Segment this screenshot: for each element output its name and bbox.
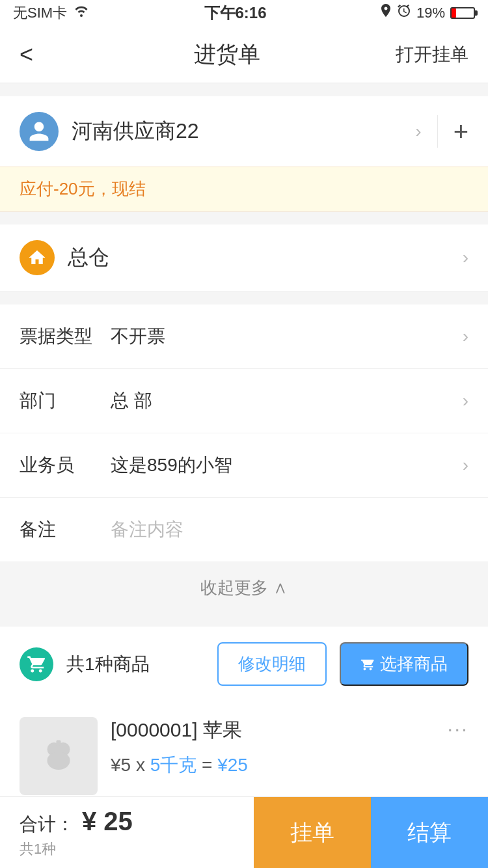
product-price: ¥5 x 5千克 = ¥25 (111, 753, 434, 778)
battery-icon (450, 7, 475, 19)
product-name: [0000001] 苹果 (111, 717, 434, 744)
supplier-chevron-icon: › (415, 121, 421, 142)
form-row-remark[interactable]: 备注 备注内容 (0, 498, 488, 562)
product-thumbnail (20, 717, 98, 795)
supplier-name: 河南供应商22 (72, 117, 415, 146)
battery-percent: 19% (416, 5, 445, 21)
wifi-icon (72, 5, 90, 21)
modify-detail-button[interactable]: 修改明细 (217, 642, 327, 686)
select-product-label: 选择商品 (380, 653, 448, 675)
price-total: ¥25 (217, 755, 248, 775)
remark-label: 备注 (20, 517, 111, 542)
form-row-department[interactable]: 部门 总 部 › (0, 369, 488, 433)
location-icon (380, 4, 392, 22)
total-sub: 共1种 (20, 839, 234, 859)
price-x: x (136, 755, 150, 775)
notice-bar: 应付-20元，现结 (0, 167, 488, 211)
product-menu-button[interactable]: ··· (447, 717, 468, 741)
nav-bar: < 进货单 打开挂单 (0, 26, 488, 83)
department-chevron-icon: › (463, 390, 468, 411)
hang-button[interactable]: 挂单 (254, 797, 371, 868)
invoice-value: 不开票 (111, 324, 463, 349)
footer-total: 合计： ¥ 25 共1种 (0, 797, 254, 868)
department-value: 总 部 (111, 388, 463, 413)
divider (437, 115, 438, 148)
collapse-toggle[interactable]: 收起更多 ∧ (0, 562, 488, 614)
footer-bar: 合计： ¥ 25 共1种 挂单 结算 (0, 796, 488, 868)
select-product-button[interactable]: 选择商品 (340, 642, 468, 686)
total-row: 合计： ¥ 25 (20, 807, 234, 837)
supplier-row[interactable]: 河南供应商22 › + (0, 96, 488, 167)
open-hang-button[interactable]: 打开挂单 (396, 42, 468, 67)
price-unit: ¥5 (111, 755, 131, 775)
form-row-invoice[interactable]: 票据类型 不开票 › (0, 305, 488, 369)
salesperson-value: 这是859的小智 (111, 453, 463, 478)
invoice-chevron-icon: › (463, 326, 468, 347)
add-supplier-button[interactable]: + (454, 117, 468, 146)
products-section: 共1种商品 修改明细 选择商品 [0000001] 苹果 ¥5 x 5千克 = … (0, 627, 488, 811)
product-item: [0000001] 苹果 ¥5 x 5千克 = ¥25 ··· (0, 701, 488, 811)
status-left: 无SIM卡 (13, 3, 90, 23)
form-row-salesperson[interactable]: 业务员 这是859的小智 › (0, 433, 488, 498)
page-title: 进货单 (194, 40, 260, 70)
svg-point-2 (47, 752, 70, 770)
supplier-section: 河南供应商22 › + 应付-20元，现结 (0, 96, 488, 211)
price-quantity: 5千克 (150, 755, 197, 775)
invoice-label: 票据类型 (20, 324, 111, 349)
department-label: 部门 (20, 388, 111, 413)
carrier-label: 无SIM卡 (13, 3, 67, 23)
product-info: [0000001] 苹果 ¥5 x 5千克 = ¥25 (111, 717, 434, 778)
supplier-avatar (20, 112, 59, 151)
products-count: 共1种商品 (66, 652, 204, 677)
warehouse-icon (20, 240, 55, 275)
warehouse-chevron-icon: › (463, 247, 468, 268)
warehouse-section: 总仓 › (0, 224, 488, 292)
total-label: 合计： (20, 812, 74, 837)
back-button[interactable]: < (20, 41, 59, 68)
salesperson-chevron-icon: › (463, 455, 468, 476)
alarm-icon (397, 4, 411, 22)
products-header: 共1种商品 修改明细 选择商品 (0, 627, 488, 701)
svg-rect-3 (57, 740, 61, 746)
salesperson-label: 业务员 (20, 453, 111, 478)
products-icon (20, 647, 53, 681)
checkout-button[interactable]: 结算 (371, 797, 488, 868)
warehouse-row[interactable]: 总仓 › (0, 224, 488, 292)
warehouse-name: 总仓 (68, 243, 463, 272)
remark-placeholder[interactable]: 备注内容 (111, 517, 468, 542)
form-section: 票据类型 不开票 › 部门 总 部 › 业务员 这是859的小智 › 备注 备注… (0, 305, 488, 562)
status-right: 19% (380, 4, 475, 22)
total-amount: ¥ 25 (82, 807, 133, 836)
status-time: 下午6:16 (204, 3, 267, 23)
price-eq: = (202, 755, 217, 775)
status-bar: 无SIM卡 下午6:16 19% (0, 0, 488, 26)
